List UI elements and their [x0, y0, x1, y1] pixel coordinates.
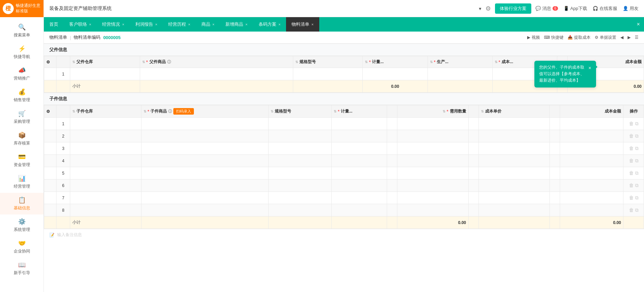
- sidebar-item-finance[interactable]: 💳资金管理: [0, 150, 44, 171]
- next-button[interactable]: ▶: [628, 35, 631, 40]
- tab-close-operations-status[interactable]: ×: [122, 22, 124, 26]
- child-td-goods-5[interactable]: [141, 167, 268, 179]
- copy-icon-7[interactable]: ⧉: [635, 195, 639, 201]
- child-td-quantity-4[interactable]: [332, 155, 387, 167]
- sidebar-item-system[interactable]: ⚙️系统管理: [0, 214, 44, 236]
- child-td-quantity-3[interactable]: [332, 142, 387, 155]
- system-dropdown[interactable]: ▾: [479, 6, 481, 11]
- extract-cost-button[interactable]: 📥 提取成本: [568, 35, 591, 40]
- child-td-need-qty-2[interactable]: [397, 130, 468, 142]
- gear-icon[interactable]: ⚙: [485, 5, 491, 12]
- tab-close-bom[interactable]: ×: [311, 22, 313, 26]
- sort-icon[interactable]: ⇅: [142, 60, 145, 64]
- child-td-spec-4[interactable]: [268, 155, 332, 167]
- nav-tab-add-goods[interactable]: 新增商品 ×: [220, 17, 253, 32]
- parent-td-quantity-1[interactable]: [363, 68, 428, 80]
- sort-icon[interactable]: ⇅: [495, 60, 497, 64]
- sort-icon[interactable]: ⇅: [334, 109, 336, 113]
- shortcut-button[interactable]: ⌨ 快捷键: [544, 35, 564, 40]
- tab-close-profit-report[interactable]: ×: [155, 22, 157, 26]
- single-settings-button[interactable]: ⚙ 单据设置: [595, 35, 616, 40]
- child-td-need-qty-5[interactable]: [397, 167, 468, 179]
- child-td-cost-price-1[interactable]: [479, 118, 550, 130]
- child-td-need-qty-3[interactable]: [397, 142, 468, 155]
- copy-icon-5[interactable]: ⧉: [635, 170, 639, 176]
- delete-icon-2[interactable]: 🗑: [629, 133, 634, 139]
- close-all-tabs-button[interactable]: ×: [633, 21, 644, 27]
- copy-icon-6[interactable]: ⧉: [635, 183, 639, 188]
- sidebar-item-search[interactable]: 🔍搜索菜单: [0, 20, 44, 42]
- copy-icon-1[interactable]: ⧉: [635, 121, 639, 127]
- child-td-warehouse-1[interactable]: [70, 118, 141, 130]
- child-td-warehouse-6[interactable]: [70, 179, 141, 192]
- child-td-goods-3[interactable]: [141, 142, 268, 155]
- sort-icon[interactable]: ⇅: [72, 109, 75, 113]
- delete-icon-5[interactable]: 🗑: [629, 170, 634, 176]
- copy-icon-8[interactable]: ⧉: [635, 207, 639, 213]
- child-td-cost-price-7[interactable]: [479, 192, 550, 204]
- child-td-goods-7[interactable]: [141, 192, 268, 204]
- sort-icon[interactable]: ⇅: [365, 60, 368, 64]
- nav-tab-profit-report[interactable]: 利润报告 ×: [130, 17, 163, 32]
- nav-tab-home[interactable]: 首页: [44, 17, 64, 32]
- tab-close-barcode[interactable]: ×: [278, 22, 281, 26]
- tab-close-customer[interactable]: ×: [89, 22, 91, 26]
- child-td-warehouse-3[interactable]: [70, 142, 141, 155]
- child-td-goods-8[interactable]: [141, 204, 268, 217]
- delete-icon-4[interactable]: 🗑: [629, 158, 634, 164]
- tooltip-close-button[interactable]: ×: [589, 64, 591, 72]
- child-td-cost-price-5[interactable]: [479, 167, 550, 179]
- sort-icon[interactable]: ⇅: [271, 109, 273, 113]
- child-td-cost-price-4[interactable]: [479, 155, 550, 167]
- nav-tab-bom[interactable]: 物料清单 ×: [286, 17, 319, 32]
- child-td-warehouse-2[interactable]: [70, 130, 141, 142]
- tab-close-ops-history[interactable]: ×: [188, 22, 190, 26]
- child-td-cost-price-3[interactable]: [479, 142, 550, 155]
- child-td-quantity-5[interactable]: [332, 167, 387, 179]
- child-td-spec-2[interactable]: [268, 130, 332, 142]
- user-button[interactable]: 👤 用友: [623, 5, 639, 12]
- sidebar-item-purchase[interactable]: 🛒采购管理: [0, 106, 44, 128]
- view-video-button[interactable]: ▶ 视频: [527, 35, 540, 40]
- sidebar-item-basic-info[interactable]: 📋基础信息: [0, 193, 44, 214]
- sort-icon[interactable]: ⇅: [443, 109, 445, 113]
- sidebar-item-inventory[interactable]: 📦库存核算: [0, 128, 44, 150]
- sidebar-item-marketing[interactable]: 📣营销推广: [0, 63, 44, 85]
- sort-icon[interactable]: ⇅: [430, 60, 433, 64]
- child-td-cost-price-2[interactable]: [479, 130, 550, 142]
- tab-close-add-goods[interactable]: ×: [245, 22, 247, 26]
- delete-icon-1[interactable]: 🗑: [629, 121, 634, 127]
- child-td-quantity-1[interactable]: [332, 118, 387, 130]
- child-td-need-qty-1[interactable]: [397, 118, 468, 130]
- sort-icon[interactable]: ⇅: [72, 60, 75, 64]
- delete-icon-7[interactable]: 🗑: [629, 195, 634, 201]
- child-td-goods-6[interactable]: [141, 179, 268, 192]
- child-td-goods-2[interactable]: [141, 130, 268, 142]
- child-td-spec-3[interactable]: [268, 142, 332, 155]
- list-view-button[interactable]: ☰: [635, 35, 639, 40]
- nav-tab-goods[interactable]: 商品 ×: [196, 17, 220, 32]
- sort-icon[interactable]: ⇅: [144, 109, 146, 113]
- child-td-cost-price-8[interactable]: [479, 204, 550, 217]
- sort-icon[interactable]: ⇅: [295, 60, 298, 64]
- parent-td-spec-1[interactable]: [293, 68, 363, 80]
- sidebar-item-quick-nav[interactable]: ⚡快捷导航: [0, 42, 44, 63]
- sidebar-item-operations[interactable]: 📊经营管理: [0, 171, 44, 193]
- child-td-need-qty-6[interactable]: [397, 179, 468, 192]
- sort-icon[interactable]: ⇅: [481, 109, 484, 113]
- child-td-spec-7[interactable]: [268, 192, 332, 204]
- delete-icon-3[interactable]: 🗑: [629, 145, 634, 151]
- sidebar-item-cooperation[interactable]: 🤝企业协同: [0, 236, 44, 258]
- child-td-need-qty-4[interactable]: [397, 155, 468, 167]
- copy-icon-2[interactable]: ⧉: [635, 133, 639, 139]
- child-td-warehouse-7[interactable]: [70, 192, 141, 204]
- nav-tab-barcode[interactable]: 条码方案 ×: [253, 17, 286, 32]
- nav-tab-ops-history[interactable]: 经营历程 ×: [163, 17, 196, 32]
- tab-close-goods[interactable]: ×: [212, 22, 214, 26]
- delete-icon-8[interactable]: 🗑: [629, 207, 634, 213]
- nav-tab-operations-status[interactable]: 经营情况 ×: [97, 17, 129, 32]
- child-td-spec-6[interactable]: [268, 179, 332, 192]
- copy-icon-3[interactable]: ⧉: [635, 145, 639, 151]
- child-td-quantity-6[interactable]: [332, 179, 387, 192]
- sidebar-item-sales[interactable]: 💰销售管理: [0, 85, 44, 106]
